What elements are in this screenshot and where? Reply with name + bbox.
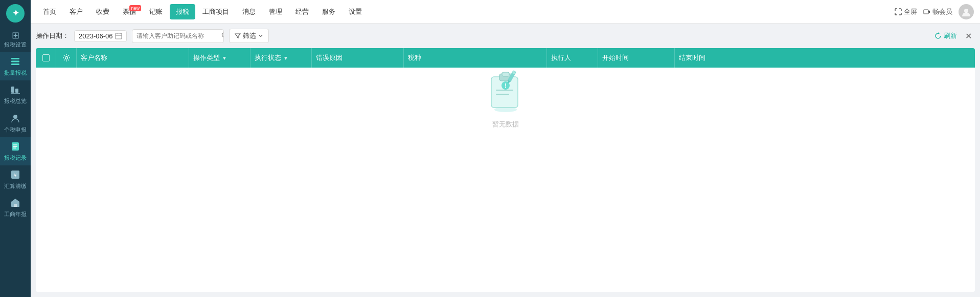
- sidebar-item-huisuanqingzhui[interactable]: ¥ 汇算清缴: [0, 165, 31, 194]
- table-container: 客户名称 操作类型 ▼ 执行状态 ▼ 错误原因 税种 执行人: [36, 48, 975, 292]
- main-area: 首页 客户 收费 票据 new 记账 报税 工商项目 消息: [31, 0, 980, 297]
- date-label: 操作日期：: [36, 31, 69, 40]
- svg-rect-6: [15, 89, 18, 93]
- filter-icon: [235, 33, 241, 39]
- refresh-label: 刷新: [944, 31, 957, 40]
- sidebar-label-gongshangnianban: 工商年报: [4, 211, 27, 218]
- app-logo[interactable]: ✦: [6, 4, 25, 23]
- refresh-button[interactable]: 刷新: [935, 31, 957, 40]
- nav-item-fuwu[interactable]: 服务: [316, 4, 341, 19]
- svg-point-8: [13, 115, 17, 119]
- sidebar-label-baoshuijilu: 报税记录: [4, 155, 27, 161]
- th-filter-operation-icon[interactable]: ▼: [222, 55, 227, 61]
- nav-right: 全屏 畅会员: [895, 4, 974, 19]
- member-button[interactable]: 畅会员: [923, 7, 952, 16]
- huisuanqingzhui-icon: ¥: [10, 169, 20, 181]
- svg-rect-3: [11, 61, 19, 62]
- geshuishenbao-icon: [10, 113, 20, 125]
- select-all-checkbox[interactable]: [42, 54, 50, 61]
- svg-rect-17: [14, 204, 17, 207]
- baoshuizongjian-icon: [10, 84, 20, 96]
- fullscreen-button[interactable]: 全屏: [895, 7, 917, 16]
- th-settings[interactable]: [56, 48, 77, 68]
- sidebar-label-baoshuizongjian: 报税总览: [4, 98, 27, 104]
- th-error-reason: 错误原因: [312, 48, 404, 68]
- svg-marker-28: [938, 32, 940, 34]
- svg-rect-31: [491, 77, 518, 108]
- nav-item-shoufei[interactable]: 收费: [90, 4, 116, 19]
- date-value: 2023-06-06: [79, 32, 113, 40]
- sidebar-item-baoshuishezhi[interactable]: ⊞ 报税设置: [0, 27, 31, 52]
- svg-rect-18: [924, 10, 928, 14]
- search-box: [132, 29, 224, 43]
- sidebar-label-piliangshuishui: 批量报税: [4, 70, 27, 76]
- sidebar-item-baoshuijilu[interactable]: 报税记录: [0, 137, 31, 165]
- nav-item-piaoju[interactable]: 票据 new: [117, 4, 142, 19]
- baoshuijilu-icon: [10, 141, 20, 153]
- svg-text:✦: ✦: [12, 9, 19, 17]
- user-avatar[interactable]: [959, 4, 974, 19]
- nav-item-gongshangxiangmu[interactable]: 工商项目: [196, 4, 235, 19]
- date-picker[interactable]: 2023-06-06: [74, 30, 127, 42]
- th-end-time: 结束时间: [675, 48, 736, 68]
- svg-text:!: !: [505, 82, 507, 90]
- th-filter-status-icon[interactable]: ▼: [283, 55, 288, 61]
- sidebar-item-piliangshuishui[interactable]: 批量报税: [0, 52, 31, 80]
- table-header: 客户名称 操作类型 ▼ 执行状态 ▼ 错误原因 税种 执行人: [36, 48, 975, 68]
- filter-label: 筛选: [243, 31, 256, 40]
- top-nav: 首页 客户 收费 票据 new 记账 报税 工商项目 消息: [31, 0, 980, 24]
- calendar-icon: [115, 32, 122, 39]
- svg-text:¥: ¥: [13, 173, 17, 178]
- nav-item-xiaoxi[interactable]: 消息: [236, 4, 262, 19]
- th-tax-type: 税种: [404, 48, 547, 68]
- filter-button[interactable]: 筛选: [229, 29, 269, 43]
- sidebar: ✦ ⊞ 报税设置 批量报税 报税总览: [0, 0, 31, 297]
- close-button[interactable]: ✕: [962, 30, 975, 42]
- baoshuishezhi-icon: ⊞: [12, 31, 19, 40]
- nav-item-kehu[interactable]: 客户: [63, 4, 89, 19]
- nav-item-jingying[interactable]: 经营: [289, 4, 315, 19]
- svg-point-26: [222, 32, 224, 37]
- th-exec-status[interactable]: 执行状态 ▼: [250, 48, 312, 68]
- gongshangnianban-icon: [10, 198, 20, 209]
- empty-state: ! 暂无数据: [36, 68, 975, 129]
- toolbar: 操作日期： 2023-06-06: [36, 29, 975, 43]
- sidebar-item-gongshangnianban[interactable]: 工商年报: [0, 194, 31, 222]
- nav-item-shezhi[interactable]: 设置: [343, 4, 368, 19]
- sidebar-item-baoshuizongjian[interactable]: 报税总览: [0, 80, 31, 109]
- svg-marker-16: [11, 199, 19, 202]
- chevron-down-icon: [258, 33, 263, 38]
- content-area: 操作日期： 2023-06-06: [31, 24, 980, 297]
- th-name: 客户名称: [77, 48, 189, 68]
- th-executor: 执行人: [547, 48, 598, 68]
- svg-rect-2: [11, 58, 19, 59]
- sidebar-label-huisuanqingzhui: 汇算清缴: [4, 183, 27, 189]
- search-icon: [221, 32, 224, 39]
- video-icon: [923, 8, 930, 15]
- nav-item-guanli[interactable]: 管理: [263, 4, 288, 19]
- fullscreen-icon: [895, 8, 902, 15]
- settings-icon: [62, 54, 71, 62]
- svg-rect-22: [116, 33, 122, 39]
- search-input[interactable]: [132, 30, 217, 41]
- th-operation-type[interactable]: 操作类型 ▼: [189, 48, 250, 68]
- svg-rect-5: [11, 87, 14, 93]
- th-checkbox[interactable]: [36, 48, 56, 68]
- piliangshuishui-icon: [10, 56, 20, 68]
- nav-item-shouye[interactable]: 首页: [37, 4, 62, 19]
- empty-illustration: !: [485, 68, 526, 114]
- piaoju-badge: new: [129, 5, 141, 11]
- search-button[interactable]: [217, 30, 224, 43]
- nav-item-baoshui[interactable]: 报税: [170, 4, 195, 19]
- sidebar-label-geshuishenbao: 个税申报: [4, 126, 27, 133]
- table-body: ! 暂无数据: [36, 68, 975, 292]
- empty-text: 暂无数据: [492, 120, 519, 129]
- svg-rect-33: [502, 72, 509, 76]
- sidebar-item-geshuishenbao[interactable]: 个税申报: [0, 109, 31, 137]
- nav-item-jizhang[interactable]: 记账: [143, 4, 169, 19]
- refresh-icon: [935, 32, 942, 39]
- sidebar-label-baoshuishezhi: 报税设置: [4, 41, 27, 48]
- nav-items: 首页 客户 收费 票据 new 记账 报税 工商项目 消息: [37, 4, 895, 19]
- svg-point-21: [964, 9, 968, 13]
- svg-point-29: [65, 57, 67, 59]
